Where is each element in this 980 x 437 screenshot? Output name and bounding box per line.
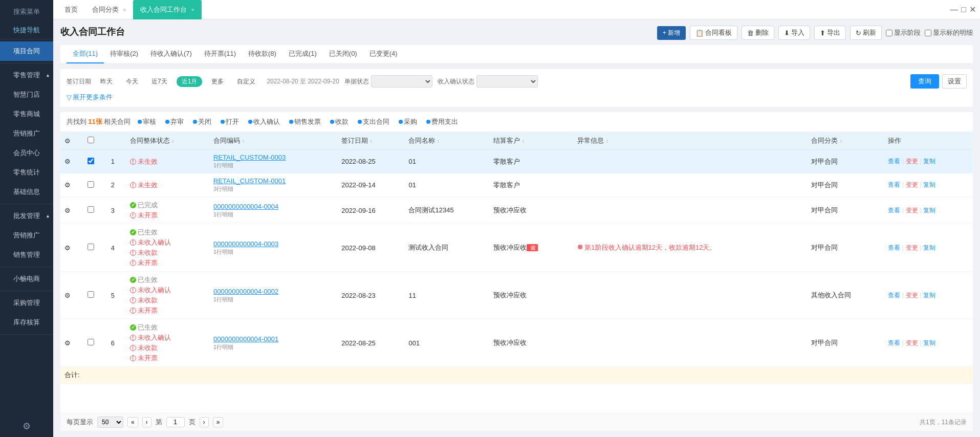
action-btn-close[interactable]: 关闭 bbox=[190, 116, 214, 127]
page-input[interactable] bbox=[166, 417, 185, 427]
op-btn-变更[interactable]: 变更 bbox=[906, 292, 918, 299]
action-btn-income_confirm[interactable]: 收入确认 bbox=[245, 116, 283, 127]
row-settings-icon[interactable]: ⚙ bbox=[60, 197, 83, 224]
action-btn-expense_out[interactable]: 费用支出 bbox=[423, 116, 461, 127]
contract-code-link[interactable]: 0000000000004-0004 bbox=[213, 203, 333, 210]
filter-tab-pending_review[interactable]: 待审核(2) bbox=[104, 45, 144, 63]
col-contract-type[interactable]: 合同分类 ↕ bbox=[807, 132, 884, 150]
action-btn-expense_contract[interactable]: 支出合同 bbox=[355, 116, 393, 127]
show-phase-checkbox[interactable]: 显示阶段 bbox=[886, 28, 921, 37]
row-settings-icon[interactable]: ⚙ bbox=[60, 319, 83, 367]
maximize-btn[interactable]: □ bbox=[961, 5, 966, 14]
export-button[interactable]: ⬆ 导出 bbox=[814, 26, 846, 40]
sidebar-item-batch_mgmt[interactable]: 批发管理 bbox=[0, 206, 53, 226]
sidebar-item-retail_mall[interactable]: 零售商城 bbox=[0, 104, 53, 124]
sidebar-quick-nav[interactable]: 快捷导航 bbox=[0, 21, 53, 37]
date-btn-1month[interactable]: 近1月 bbox=[177, 76, 203, 87]
filter-settings-button[interactable]: 设置 bbox=[942, 74, 967, 89]
tab-close-contract_type[interactable]: × bbox=[123, 0, 126, 19]
row-checkbox[interactable] bbox=[88, 244, 94, 250]
col-sign-date[interactable]: 签订日期 ↕ bbox=[337, 132, 404, 150]
col-checkbox[interactable] bbox=[83, 132, 107, 150]
action-btn-review[interactable]: 审核 bbox=[135, 116, 159, 127]
tab-income_workbench[interactable]: 收入合同工作台× bbox=[133, 0, 201, 19]
row-settings-icon[interactable]: ⚙ bbox=[60, 173, 83, 197]
sidebar-item-project[interactable]: 项目合同 bbox=[0, 41, 53, 61]
sidebar-settings[interactable]: ⚙ bbox=[0, 416, 53, 437]
tab-close-income_workbench[interactable]: × bbox=[191, 0, 194, 19]
col-settings[interactable]: ⚙ bbox=[60, 132, 83, 150]
action-btn-abandon[interactable]: 弃审 bbox=[162, 116, 187, 127]
col-settlement-customer[interactable]: 结算客户 ↕ bbox=[489, 132, 573, 150]
contract-board-button[interactable]: 📋 合同看板 bbox=[690, 26, 737, 40]
op-btn-查看[interactable]: 查看 bbox=[888, 181, 900, 188]
filter-tab-all[interactable]: 全部(11) bbox=[67, 45, 104, 63]
sidebar-item-inventory[interactable]: 库存核算 bbox=[0, 313, 53, 332]
date-btn-today[interactable]: 今天 bbox=[122, 76, 142, 87]
sidebar-item-basic_info[interactable]: 基础信息 bbox=[0, 182, 53, 202]
date-btn-7days[interactable]: 近7天 bbox=[147, 76, 171, 87]
contract-code-link[interactable]: 0000000000004-0002 bbox=[213, 288, 333, 295]
sidebar-item-mkt_promo2[interactable]: 营销推广 bbox=[0, 226, 53, 245]
last-page-btn[interactable]: » bbox=[213, 417, 224, 427]
sidebar-item-mkt_promo[interactable]: 营销推广 bbox=[0, 124, 53, 143]
filter-tab-completed[interactable]: 已完成(1) bbox=[282, 45, 323, 63]
row-settings-icon[interactable]: ⚙ bbox=[60, 150, 83, 173]
show-detail-checkbox[interactable]: 显示标的明细 bbox=[925, 28, 973, 37]
refresh-button[interactable]: ↻ 刷新 bbox=[850, 26, 882, 40]
op-btn-复制[interactable]: 复制 bbox=[923, 292, 935, 299]
op-btn-复制[interactable]: 复制 bbox=[923, 207, 935, 214]
date-btn-more[interactable]: 更多 bbox=[207, 76, 228, 87]
contract-code-link[interactable]: RETAIL_CUSTOM-0003 bbox=[213, 154, 333, 161]
row-checkbox[interactable] bbox=[88, 291, 94, 298]
tab-home[interactable]: 首页 bbox=[57, 0, 85, 19]
filter-tab-changed[interactable]: 已变更(4) bbox=[363, 45, 404, 63]
contract-code-link[interactable]: 0000000000004-0001 bbox=[213, 335, 333, 343]
sidebar-item-retail_stat[interactable]: 零售统计 bbox=[0, 163, 53, 182]
import-button[interactable]: ⬇ 导入 bbox=[778, 26, 810, 40]
op-btn-查看[interactable]: 查看 bbox=[888, 292, 900, 299]
action-btn-collection[interactable]: 收款 bbox=[327, 116, 352, 127]
col-contract-code[interactable]: 合同编码 ↕ bbox=[209, 132, 337, 150]
query-button[interactable]: 查询 bbox=[910, 74, 939, 89]
minimize-btn[interactable]: — bbox=[950, 5, 958, 14]
date-btn-yesterday[interactable]: 昨天 bbox=[96, 76, 117, 87]
op-btn-查看[interactable]: 查看 bbox=[888, 339, 900, 346]
delete-button[interactable]: 🗑 删除 bbox=[742, 26, 774, 40]
filter-tab-pending_income_confirm[interactable]: 待收入确认(7) bbox=[144, 45, 198, 63]
row-checkbox[interactable] bbox=[88, 181, 94, 188]
contract-code-link[interactable]: 0000000000004-0003 bbox=[213, 240, 333, 248]
prev-page-btn[interactable]: ‹ bbox=[142, 417, 151, 427]
sidebar-item-retail_mgmt[interactable]: 零售管理 bbox=[0, 65, 53, 85]
action-btn-sales_invoice[interactable]: 销售发票 bbox=[286, 116, 324, 127]
new-button[interactable]: + 新增 bbox=[657, 26, 686, 40]
table-scroll[interactable]: ⚙ 合同整体状态 ↕ 合同编码 ↕ 签订日期 ↕ 合同名称 ↕ 结算客户 ↕ 异… bbox=[60, 132, 973, 413]
op-btn-变更[interactable]: 变更 bbox=[906, 158, 918, 165]
op-btn-复制[interactable]: 复制 bbox=[923, 158, 935, 165]
sidebar-item-purchase[interactable]: 采购管理 bbox=[0, 293, 53, 313]
filter-tab-closed[interactable]: 已关闭(0) bbox=[323, 45, 363, 63]
expand-more-btn[interactable]: ▽ 展开更多条件 bbox=[67, 93, 113, 102]
filter-tab-pending_payment[interactable]: 待收款(8) bbox=[242, 45, 282, 63]
col-contract-name[interactable]: 合同名称 ↕ bbox=[404, 132, 489, 150]
row-checkbox[interactable] bbox=[88, 206, 94, 213]
next-page-btn[interactable]: › bbox=[200, 417, 209, 427]
op-btn-复制[interactable]: 复制 bbox=[923, 244, 935, 251]
tab-contract_type[interactable]: 合同分类× bbox=[85, 0, 133, 19]
op-btn-变更[interactable]: 变更 bbox=[906, 244, 918, 251]
doc-status-select[interactable] bbox=[371, 75, 432, 88]
sidebar-search[interactable]: 搜索菜单 bbox=[0, 0, 53, 21]
date-btn-custom[interactable]: 自定义 bbox=[233, 76, 259, 87]
op-btn-查看[interactable]: 查看 bbox=[888, 207, 900, 214]
action-btn-purchase[interactable]: 采购 bbox=[396, 116, 420, 127]
row-checkbox[interactable] bbox=[88, 339, 94, 345]
op-btn-查看[interactable]: 查看 bbox=[888, 158, 900, 165]
row-settings-icon[interactable]: ⚙ bbox=[60, 224, 83, 272]
row-checkbox[interactable] bbox=[88, 158, 94, 164]
op-btn-变更[interactable]: 变更 bbox=[906, 207, 918, 214]
op-btn-变更[interactable]: 变更 bbox=[906, 181, 918, 188]
action-btn-open[interactable]: 打开 bbox=[217, 116, 242, 127]
contract-code-link[interactable]: RETAIL_CUSTOM-0001 bbox=[213, 177, 333, 185]
op-btn-变更[interactable]: 变更 bbox=[906, 339, 918, 346]
first-page-btn[interactable]: « bbox=[127, 417, 138, 427]
